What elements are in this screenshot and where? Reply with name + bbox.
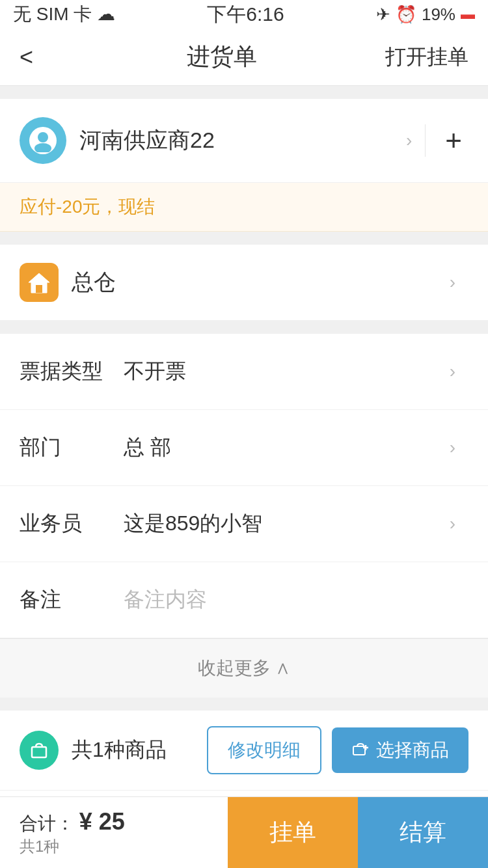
remark-row[interactable]: 备注 备注内容 — [0, 562, 488, 638]
alarm-icon: ⏰ — [396, 5, 416, 25]
avatar-icon — [29, 127, 57, 154]
shopping-bag-icon — [28, 739, 50, 761]
svg-rect-3 — [36, 285, 42, 293]
department-label: 部门 — [20, 433, 111, 462]
supplier-avatar — [20, 117, 66, 164]
gap-3 — [0, 321, 488, 334]
person-icon — [31, 129, 55, 152]
collapse-bar[interactable]: 收起更多 ∧ — [0, 638, 488, 698]
footer-total: 合计： ¥ 25 共1种 — [0, 797, 228, 868]
remark-input[interactable]: 备注内容 — [111, 586, 468, 614]
department-value: 总 部 — [111, 433, 450, 462]
footer: 合计： ¥ 25 共1种 挂单 结算 — [0, 796, 488, 868]
invoice-type-row[interactable]: 票据类型 不开票 › — [0, 334, 488, 410]
product-header: 共1种商品 修改明细 选择商品 — [0, 711, 488, 791]
salesman-row[interactable]: 业务员 这是859的小智 › — [0, 486, 488, 562]
svg-point-1 — [34, 143, 51, 152]
select-product-button[interactable]: 选择商品 — [332, 727, 468, 773]
svg-point-0 — [38, 132, 48, 142]
gap-4 — [0, 698, 488, 711]
salesman-label: 业务员 — [20, 509, 111, 538]
svg-rect-4 — [32, 747, 46, 757]
salesman-chevron-icon: › — [450, 513, 455, 534]
salesman-value: 这是859的小智 — [111, 509, 450, 538]
department-chevron-icon: › — [450, 437, 455, 458]
supplier-info-banner: 应付-20元，现结 — [0, 183, 488, 232]
cart-add-icon — [351, 741, 370, 759]
supplier-section: 河南供应商22 › + 应付-20元，现结 — [0, 99, 488, 232]
total-count: 共1种 — [20, 836, 208, 857]
invoice-type-chevron-icon: › — [450, 361, 455, 382]
add-supplier-button[interactable]: + — [439, 124, 468, 157]
product-count: 共1种商品 — [72, 736, 207, 765]
home-icon — [27, 271, 51, 294]
battery-level: 19% — [422, 5, 455, 25]
select-product-label: 选择商品 — [376, 738, 449, 763]
status-right: ✈ ⏰ 19% ▬ — [376, 5, 475, 25]
gap-1 — [0, 86, 488, 99]
status-time: 下午6:16 — [207, 1, 284, 28]
supplier-name: 河南供应商22 — [79, 126, 406, 156]
total-amount: ¥ 25 — [79, 808, 125, 835]
warehouse-name: 总仓 — [72, 267, 450, 297]
supplier-divider — [425, 124, 426, 157]
nav-bar: < 进货单 打开挂单 — [0, 29, 488, 86]
warehouse-icon — [20, 263, 59, 302]
sim-status: 无 SIM 卡 ☁ — [13, 2, 115, 27]
warehouse-chevron-icon: › — [450, 272, 455, 293]
back-button[interactable]: < — [20, 44, 59, 71]
form-section: 票据类型 不开票 › 部门 总 部 › 业务员 这是859的小智 › 备注 备注… — [0, 334, 488, 698]
hang-button[interactable]: 挂单 — [228, 797, 358, 868]
invoice-type-value: 不开票 — [111, 357, 450, 386]
invoice-type-label: 票据类型 — [20, 357, 111, 386]
edit-detail-button[interactable]: 修改明细 — [207, 726, 321, 774]
settle-button[interactable]: 结算 — [358, 797, 488, 868]
warehouse-row[interactable]: 总仓 › — [0, 245, 488, 321]
location-icon: ✈ — [376, 5, 390, 25]
open-hang-button[interactable]: 打开挂单 — [385, 43, 468, 72]
total-line: 合计： ¥ 25 — [20, 808, 208, 836]
status-bar: 无 SIM 卡 ☁ 下午6:16 ✈ ⏰ 19% ▬ — [0, 0, 488, 29]
gap-2 — [0, 232, 488, 245]
page-title: 进货单 — [187, 41, 257, 73]
product-cart-icon — [20, 731, 59, 770]
department-row[interactable]: 部门 总 部 › — [0, 410, 488, 486]
supplier-chevron-icon: › — [406, 130, 412, 151]
battery-icon: ▬ — [461, 6, 475, 23]
status-left: 无 SIM 卡 ☁ — [13, 2, 115, 27]
remark-label: 备注 — [20, 586, 111, 614]
supplier-row[interactable]: 河南供应商22 › + — [0, 99, 488, 183]
total-label: 合计： — [20, 813, 74, 834]
warehouse-section: 总仓 › — [0, 245, 488, 321]
